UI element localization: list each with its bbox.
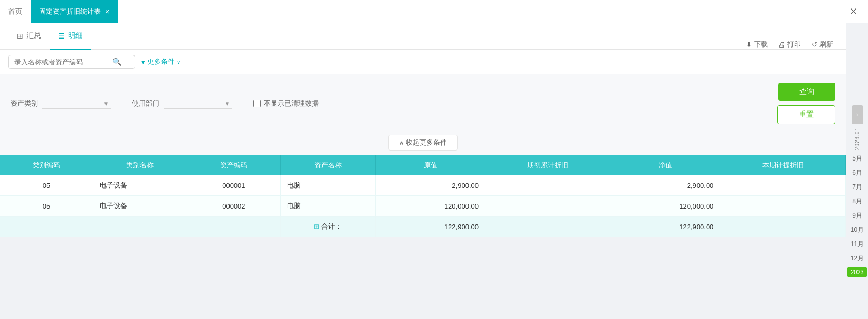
cell-asset-name-1: 电脑 — [281, 175, 376, 196]
tab-bar: ⊞ 汇总 ☰ 明细 ⬇ 下载 🖨 打印 — [0, 23, 846, 50]
department-label: 使用部门 — [132, 99, 159, 108]
month-12[interactable]: 12月 — [846, 252, 868, 265]
cell-category-code-2: 05 — [0, 196, 93, 217]
total-icon: ⊞ — [314, 223, 319, 230]
nav-home[interactable]: 首页 — [0, 7, 31, 16]
print-icon: 🖨 — [778, 41, 785, 49]
cell-accumulated-dep-1 — [485, 175, 611, 196]
table-total-row: ⊞ 合计： 122,900.00 122,900.00 — [0, 217, 846, 237]
asset-category-select[interactable] — [42, 98, 111, 109]
download-label: 下载 — [754, 40, 768, 49]
total-current-dep — [720, 217, 846, 237]
action-buttons: 查询 重置 — [777, 83, 835, 124]
col-asset-name: 资产名称 — [281, 155, 376, 175]
layers-icon: ⊞ — [17, 32, 23, 40]
col-category-name: 类别名称 — [93, 155, 187, 175]
filter-row: 资产类别 ▼ 使用部门 — [11, 83, 835, 124]
tab-summary-label: 汇总 — [26, 31, 41, 41]
total-col3 — [187, 217, 281, 237]
month-9[interactable]: 9月 — [846, 209, 868, 222]
refresh-btn[interactable]: ↺ 刷新 — [812, 40, 837, 49]
asset-category-label: 资产类别 — [11, 99, 38, 108]
total-original-value: 122,900.00 — [376, 217, 485, 237]
col-category-code: 类别编码 — [0, 155, 93, 175]
month-6[interactable]: 6月 — [846, 166, 868, 180]
total-col2 — [93, 217, 187, 237]
sidebar-collapse-arrow[interactable]: › — [852, 105, 863, 124]
collapse-bar: ∧ 收起更多条件 — [11, 130, 835, 155]
col-accumulated-dep: 期初累计折旧 — [485, 155, 611, 175]
month-8[interactable]: 8月 — [846, 195, 868, 208]
quick-search-bar: 🔍 ▾ 更多条件 ∨ — [0, 50, 846, 74]
nav-tab-label: 固定资产折旧统计表 — [39, 7, 101, 16]
month-10[interactable]: 10月 — [846, 223, 868, 237]
cell-category-name-2: 电子设备 — [93, 196, 187, 217]
reset-button[interactable]: 重置 — [777, 105, 835, 124]
cell-net-value-1: 2,900.00 — [611, 175, 720, 196]
chevron-down-icon: ∨ — [177, 59, 180, 65]
cell-category-name-1: 电子设备 — [93, 175, 187, 196]
total-text: 合计： — [321, 222, 342, 231]
search-input[interactable] — [14, 58, 109, 66]
more-filter-label: 更多条件 — [147, 57, 175, 67]
no-cleared-label: 不显示已清理数据 — [264, 99, 319, 108]
window-close-button[interactable]: ✕ — [839, 0, 868, 23]
refresh-label: 刷新 — [819, 40, 833, 49]
toolbar-right: ⬇ 下载 🖨 打印 ↺ 刷新 — [746, 40, 837, 49]
tab-summary[interactable]: ⊞ 汇总 — [8, 23, 50, 50]
search-input-wrap[interactable]: 🔍 — [8, 55, 135, 69]
cell-original-value-1: 2,900.00 — [376, 175, 485, 196]
advanced-filter: 资产类别 ▼ 使用部门 — [0, 74, 846, 155]
asset-category-field: 资产类别 ▼ — [11, 98, 111, 109]
right-sidebar: › 2023.01 5月 6月 7月 8月 9月 10月 11月 12月 202… — [846, 23, 868, 319]
print-label: 打印 — [787, 40, 801, 49]
cell-current-dep-1 — [720, 175, 846, 196]
col-current-dep: 本期计提折旧 — [720, 155, 846, 175]
department-select[interactable] — [164, 98, 232, 109]
col-net-value: 净值 — [611, 155, 720, 175]
total-col1 — [0, 217, 93, 237]
col-asset-code: 资产编码 — [187, 155, 281, 175]
total-net-value: 122,900.00 — [611, 217, 720, 237]
cell-asset-code-2: 000002 — [187, 196, 281, 217]
download-btn[interactable]: ⬇ 下载 — [746, 40, 768, 49]
print-btn[interactable]: 🖨 打印 — [778, 40, 801, 49]
refresh-icon: ↺ — [812, 41, 817, 49]
cell-accumulated-dep-2 — [485, 196, 611, 217]
no-cleared-checkbox[interactable] — [253, 100, 261, 107]
nav-tab-active[interactable]: 固定资产折旧统计表 × — [31, 0, 118, 23]
department-field: 使用部门 ▼ — [132, 98, 232, 109]
cell-category-code-1: 05 — [0, 175, 93, 196]
search-icon[interactable]: 🔍 — [112, 58, 121, 66]
month-7[interactable]: 7月 — [846, 181, 868, 194]
table-row: 05 电子设备 000002 电脑 120,000.00 120,000.00 — [0, 196, 846, 217]
more-filter-btn[interactable]: ▾ 更多条件 ∨ — [141, 57, 180, 67]
cell-original-value-2: 120,000.00 — [376, 196, 485, 217]
table-row: 05 电子设备 000001 电脑 2,900.00 2,900.00 — [0, 175, 846, 196]
month-11[interactable]: 11月 — [846, 238, 868, 251]
col-original-value: 原值 — [376, 155, 485, 175]
download-icon: ⬇ — [746, 41, 752, 49]
year-badge[interactable]: 2023 — [847, 267, 867, 277]
tab-detail[interactable]: ☰ 明细 — [50, 23, 91, 50]
cell-net-value-2: 120,000.00 — [611, 196, 720, 217]
filter-icon: ▾ — [141, 58, 145, 66]
month-5[interactable]: 5月 — [846, 152, 868, 165]
current-date-label: 2023.01 — [854, 127, 860, 150]
collapse-label: 收起更多条件 — [406, 138, 447, 147]
top-nav: 首页 固定资产折旧统计表 × ✕ — [0, 0, 868, 23]
query-button[interactable]: 查询 — [778, 83, 835, 101]
collapse-up-icon: ∧ — [399, 139, 404, 146]
total-label-cell: ⊞ 合计： — [281, 217, 376, 237]
cell-current-dep-2 — [720, 196, 846, 217]
month-list: 5月 6月 7月 8月 9月 10月 11月 12月 2023 — [846, 152, 868, 277]
table-section: 类别编码 类别名称 资产编码 资产名称 原值 期初累计折旧 净值 本期计提折旧 — [0, 155, 846, 319]
total-accumulated-dep — [485, 217, 611, 237]
no-cleared-field: 不显示已清理数据 — [253, 99, 319, 108]
collapse-btn[interactable]: ∧ 收起更多条件 — [388, 135, 458, 151]
cell-asset-code-1: 000001 — [187, 175, 281, 196]
cell-asset-name-2: 电脑 — [281, 196, 376, 217]
table-header: 类别编码 类别名称 资产编码 资产名称 原值 期初累计折旧 净值 本期计提折旧 — [0, 155, 846, 175]
nav-tab-close[interactable]: × — [105, 7, 109, 16]
tab-detail-label: 明细 — [68, 31, 83, 41]
